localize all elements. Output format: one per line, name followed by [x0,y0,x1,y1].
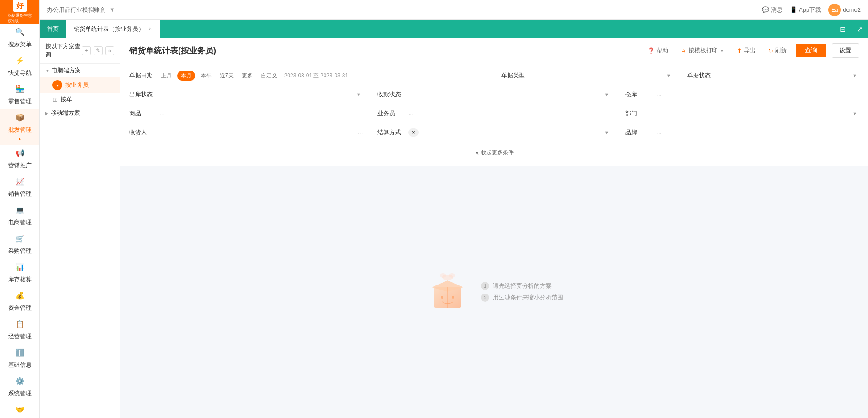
empty-tip-2: 2 用过滤条件来缩小分析范围 [481,294,563,302]
date-custom-btn[interactable]: 自定义 [258,71,280,81]
filter-brand: 品牌 … [625,126,859,139]
print-dropdown-icon: ▼ [720,48,724,53]
page-header-top: 销货单统计表(按业务员) ❓ 帮助 🖨 按模板打印 ▼ ⬆ [129,43,859,58]
sidebar-item-sales[interactable]: 📈 销售管理 [0,173,39,202]
page-header: 销货单统计表(按业务员) ❓ 帮助 🖨 按模板打印 ▼ ⬆ [120,38,868,63]
settlement-tag-icon: × [412,129,415,136]
scheme-active-icon: ● [52,80,62,90]
sidebar-item-purchase[interactable]: 🛒 采购管理 [0,230,39,259]
app-download-btn[interactable]: 📱 App下载 [790,6,821,14]
order-status-label: 单据状态 [687,71,712,80]
sidebar-item-retail[interactable]: 🏪 零售管理 [0,81,39,109]
sidebar-item-label: 经营管理 [8,332,32,341]
sidebar-item-finance[interactable]: 💰 资金管理 [0,287,39,316]
order-type-select[interactable]: ▼ [530,69,673,82]
order-type-label: 单据类型 [501,71,527,80]
left-panel-header: 按以下方案查询 + ✎ « [40,38,120,64]
tree-item-by-order[interactable]: ⊞ 按单 [40,93,120,106]
sidebar-item-ecom[interactable]: 💻 电商管理 [0,202,39,230]
breadcrumb-dropdown-icon[interactable]: ▼ [109,6,115,13]
date-curr-month-btn[interactable]: 本月 [177,71,195,81]
sidebar-item-system[interactable]: ⚙️ 系统管理 [0,373,39,401]
sidebar-item-label: 采购管理 [8,247,32,255]
warehouse-value[interactable]: … [656,91,662,98]
consignee-input[interactable] [158,126,352,139]
operations-icon: 📋 [15,319,24,328]
sidebar-item-label: 电商管理 [8,218,32,227]
purchase-icon: 🛒 [15,234,24,243]
filter-dept: 部门 ▼ [625,107,859,120]
page-actions: ❓ 帮助 🖨 按模板打印 ▼ ⬆ 导出 ↻ [644,43,859,58]
order-type-chevron: ▼ [666,73,671,78]
sidebar-item-quicknav[interactable]: ⚡ 快捷导航 [0,52,39,81]
collapse-panel-btn[interactable]: « [105,46,114,55]
order-status-select[interactable]: ▼ [716,69,859,82]
sidebar-item-operations[interactable]: 📋 经营管理 [0,316,39,344]
page-title: 销货单统计表(按业务员) [129,45,216,56]
outbound-chevron: ▼ [356,92,361,97]
settings-button[interactable]: 设置 [832,43,859,58]
sidebar-item-label: 销售管理 [8,190,32,198]
tab-home[interactable]: 首页 [40,20,66,38]
salesperson-value[interactable]: … [408,110,414,117]
tree-folder-mobile[interactable]: ▶ 移动端方案 [40,106,120,120]
ecom-icon: 💻 [15,205,24,214]
tree-item-by-salesperson[interactable]: ● 按业务员 [40,77,120,93]
brand-value[interactable]: … [656,129,662,136]
sidebar-item-collab[interactable]: 🤝 企业协同 [0,401,39,418]
marketing-icon: 📢 [15,148,24,157]
user-profile[interactable]: Ea demo2 [828,4,861,16]
tab-maximize-btn[interactable]: ⤢ [851,20,868,38]
filter-goods: 商品 … [129,107,363,120]
scheme-label: 按业务员 [65,81,89,89]
sidebar-item-label: 批发管理 [8,126,32,134]
tree-folder-pc[interactable]: ▼ 电脑端方案 [40,64,120,77]
date-range-text: 2023-03-01 至 2023-03-31 [284,72,348,80]
export-btn[interactable]: ⬆ 导出 [733,45,759,57]
template-print-label: 按模板打印 [689,47,718,55]
goods-value[interactable]: … [160,110,166,117]
goods-label: 商品 [129,109,155,118]
help-icon: ❓ [647,48,655,54]
query-button[interactable]: 查询 [796,44,826,57]
refresh-btn[interactable]: ↻ 刷新 [764,45,790,57]
warehouse-label: 仓库 [625,90,651,99]
edit-scheme-btn[interactable]: ✎ [94,46,103,55]
date-prev-month-btn[interactable]: 上月 [158,71,175,81]
topbar: 办公用品行业模拟账套 ▼ 💬 消息 📱 App下载 Ea demo2 [40,0,868,20]
add-scheme-btn[interactable]: + [82,46,91,55]
collapse-filters-btn[interactable]: ∧ 收起更多条件 [129,145,859,160]
outbound-select[interactable]: ▼ [158,88,363,101]
help-label: 帮助 [656,47,668,55]
template-print-btn[interactable]: 🖨 按模板打印 ▼ [677,45,728,57]
tab-minimize-btn[interactable]: ⊟ [835,20,851,38]
help-btn[interactable]: ❓ 帮助 [644,45,672,57]
date-7days-btn[interactable]: 近7天 [217,71,236,81]
message-btn[interactable]: 💬 消息 [762,6,783,14]
export-icon: ⬆ [737,48,742,54]
sidebar-item-search[interactable]: 🔍 搜索菜单 [0,24,39,52]
tree-folder-label: 移动端方案 [51,109,80,117]
retail-icon: 🏪 [15,84,24,93]
outbound-label: 出库状态 [129,90,155,99]
filter-order-status: 单据状态 ▼ [687,69,859,82]
tab-sales-stat[interactable]: 销货单统计表（按业务员） × [66,20,160,38]
payment-select[interactable]: ▼ [406,88,611,101]
sidebar-item-wholesale[interactable]: 📦 批发管理 ▲ [0,109,39,145]
search-icon: 🔍 [15,27,24,36]
date-curr-year-btn[interactable]: 本年 [198,71,214,81]
sidebar-item-label: 营销推广 [8,162,32,170]
svg-point-7 [449,273,455,278]
settlement-chevron[interactable]: ▼ [604,130,609,135]
app-download-label: App下载 [799,6,821,14]
dept-select[interactable]: ▼ [654,107,859,120]
sidebar-item-inventory[interactable]: 📊 库存核算 [0,259,39,287]
date-more-btn[interactable]: 更多 [239,71,255,81]
print-icon: 🖨 [681,48,687,54]
sidebar-item-baseinfo[interactable]: ℹ️ 基础信息 [0,344,39,373]
sidebar-item-marketing[interactable]: 📢 营销推广 [0,145,39,173]
date-filter-buttons: 上月 本月 本年 近7天 更多 自定义 2023-03-01 至 2023-03… [158,71,348,81]
filter-row-2: 出库状态 ▼ 收款状态 ▼ 仓库 [129,88,859,101]
consignee-ellipsis[interactable]: … [358,129,363,136]
tab-close-icon[interactable]: × [149,26,152,32]
